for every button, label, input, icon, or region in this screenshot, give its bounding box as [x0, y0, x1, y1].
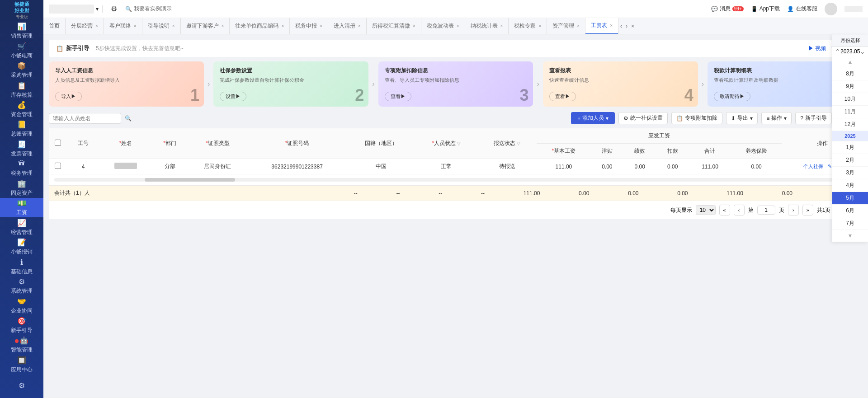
tab-tax-expert[interactable]: 税检专家 ×: [509, 18, 547, 34]
sidebar-item-inventory[interactable]: 📋 库存核算: [0, 80, 43, 99]
tab-close-icon[interactable]: ×: [500, 23, 503, 28]
sidebar-item-ledger[interactable]: 📒 总账管理: [0, 119, 43, 139]
tab-tax-stats[interactable]: 纳税统计表 ×: [465, 18, 509, 34]
new-guide-btn[interactable]: ? 新手引导: [795, 112, 832, 124]
tab-close-icon[interactable]: ×: [413, 23, 415, 28]
month-year-down-btn[interactable]: ⌄: [860, 48, 865, 55]
month-item-10[interactable]: 10月: [832, 93, 868, 106]
tab-customer[interactable]: 客户联络 ×: [104, 18, 142, 34]
special-deduction-btn[interactable]: 📋 专项附加扣除: [671, 112, 722, 124]
scroll-down-icon[interactable]: ▼: [847, 232, 854, 240]
guide-video-btn[interactable]: ▶ 视频: [808, 45, 826, 52]
tab-guide[interactable]: 引导说明 ×: [142, 18, 181, 34]
tab-close-icon[interactable]: ×: [134, 23, 137, 28]
step-3-btn[interactable]: 查看▶: [385, 92, 411, 101]
last-page-btn[interactable]: »: [802, 205, 813, 215]
search-input[interactable]: [49, 113, 121, 124]
horizontal-scrollbar[interactable]: [54, 178, 857, 182]
month-year-up-btn[interactable]: ⌃: [835, 48, 840, 55]
sidebar-item-system[interactable]: ⚙ 系统管理: [0, 276, 43, 296]
month-item-11[interactable]: 11月: [832, 106, 868, 118]
month-item-3[interactable]: 3月: [832, 167, 868, 179]
month-item-8[interactable]: 8月: [832, 68, 868, 80]
scrollbar-thumb[interactable]: [145, 178, 235, 182]
personal-insurance-link[interactable]: 个人社保: [803, 164, 823, 169]
sidebar-item-tax[interactable]: 🏛 税务管理: [0, 159, 43, 178]
tab-close-icon[interactable]: ×: [610, 23, 613, 28]
app-download-btn[interactable]: 📱 App下载: [751, 5, 780, 13]
month-item-4[interactable]: 4月: [832, 179, 868, 192]
step-2-btn[interactable]: 设置▶: [220, 92, 246, 101]
next-page-btn[interactable]: ›: [788, 205, 799, 215]
tab-payroll[interactable]: 工资表 ×: [585, 18, 618, 34]
tab-partition[interactable]: 分层经营 ×: [66, 18, 104, 34]
company-selector[interactable]: ▾: [49, 5, 99, 14]
per-page-select[interactable]: 10 20 50: [696, 205, 716, 215]
tabs-nav-prev[interactable]: ‹: [618, 23, 624, 29]
sidebar-item-payroll[interactable]: 💵 工资: [0, 198, 43, 217]
sidebar-item-config[interactable]: ⚙: [0, 375, 43, 398]
tab-close-icon[interactable]: ×: [320, 23, 322, 28]
select-all-checkbox[interactable]: [55, 140, 61, 146]
first-page-btn[interactable]: «: [719, 205, 730, 215]
step-5-btn[interactable]: 敬请期待▶: [714, 92, 750, 101]
messages-btn[interactable]: 💬 消息 99+: [711, 5, 744, 13]
tab-product-code[interactable]: 往来单位商品编码 ×: [230, 18, 290, 34]
tabs-close-all[interactable]: ×: [629, 23, 636, 29]
scroll-up-icon[interactable]: ▲: [847, 58, 854, 66]
month-item-2[interactable]: 2月: [832, 154, 868, 167]
tab-tax-exempt[interactable]: 税免波动表 ×: [421, 18, 465, 34]
tab-asset-mgmt[interactable]: 资产管理 ×: [547, 18, 585, 34]
month-item-12[interactable]: 12月: [832, 118, 868, 131]
add-employee-btn[interactable]: + 添加人员 ▾: [571, 112, 615, 124]
tab-close-icon[interactable]: ×: [358, 23, 361, 28]
edit-icon[interactable]: ✎: [828, 164, 832, 169]
row-checkbox[interactable]: [55, 163, 61, 169]
report-status-filter-icon[interactable]: ▽: [517, 141, 520, 146]
sidebar-item-purchase[interactable]: 📦 采购管理: [0, 61, 43, 80]
user-menu-btn[interactable]: [844, 6, 863, 12]
tab-close-icon[interactable]: ×: [577, 23, 580, 28]
sidebar-item-basic[interactable]: ℹ 基础信息: [0, 257, 43, 276]
sidebar-item-sales[interactable]: 📊 销售管理: [0, 21, 43, 41]
demo-btn[interactable]: 🔍 我要看实例演示: [125, 5, 172, 13]
tab-invite[interactable]: 邀请下游客户 ×: [181, 18, 230, 34]
tab-close-icon[interactable]: ×: [95, 23, 98, 28]
tab-close-icon[interactable]: ×: [222, 23, 224, 28]
tab-clearance[interactable]: 进入清册 ×: [328, 18, 367, 34]
month-scroll-up[interactable]: ▲: [847, 58, 854, 66]
tab-tax-report[interactable]: 税务申报 ×: [290, 18, 328, 34]
month-item-6[interactable]: 6月: [832, 205, 868, 217]
sidebar-item-operations[interactable]: 📈 经营管理: [0, 217, 43, 237]
avatar[interactable]: [825, 3, 837, 15]
unified-settings-btn[interactable]: ⚙ 统一社保设置: [618, 112, 668, 124]
online-service-btn[interactable]: 👤 在线客服: [787, 5, 817, 13]
sidebar-item-collab[interactable]: 🤝 企业协同: [0, 296, 43, 315]
settings-btn[interactable]: ⚙: [106, 3, 122, 15]
sidebar-item-smart[interactable]: 🤖 智能管理: [0, 335, 43, 355]
sidebar-item-appstore[interactable]: 🔲 应用中心: [0, 355, 43, 375]
sidebar-item-ecommerce[interactable]: 🛒 小畅电商: [0, 41, 43, 60]
month-item-9[interactable]: 9月: [832, 80, 868, 93]
month-item-5[interactable]: 5月: [832, 192, 868, 205]
tabs-nav-next[interactable]: ›: [624, 23, 629, 29]
sidebar-item-finance[interactable]: 💰 资金管理: [0, 100, 43, 119]
page-number-input[interactable]: [757, 206, 775, 215]
tab-close-icon[interactable]: ×: [172, 23, 175, 28]
sidebar-item-guide[interactable]: 🎯 新手引导: [0, 316, 43, 335]
tab-close-icon[interactable]: ×: [538, 23, 541, 28]
prev-page-btn[interactable]: ‹: [734, 205, 745, 215]
sidebar-item-marketing[interactable]: 📝 小畅报销: [0, 237, 43, 257]
month-item-1[interactable]: 1月: [832, 141, 868, 154]
search-icon[interactable]: 🔍: [125, 115, 132, 122]
tab-tax-calc[interactable]: 所得税汇算清缴 ×: [367, 18, 421, 34]
step-4-btn[interactable]: 查看▶: [549, 92, 576, 101]
tab-close-icon[interactable]: ×: [281, 23, 284, 28]
tab-close-icon[interactable]: ×: [457, 23, 459, 28]
export-btn[interactable]: ⬇ 导出 ▾: [726, 112, 758, 124]
operations-btn[interactable]: ≡ 操作 ▾: [761, 112, 792, 124]
month-item-7[interactable]: 7月: [832, 217, 868, 230]
tab-home[interactable]: 首页: [43, 18, 66, 34]
step-1-btn[interactable]: 导入▶: [55, 92, 82, 101]
sidebar-item-invoice[interactable]: 🧾 发票管理: [0, 139, 43, 159]
